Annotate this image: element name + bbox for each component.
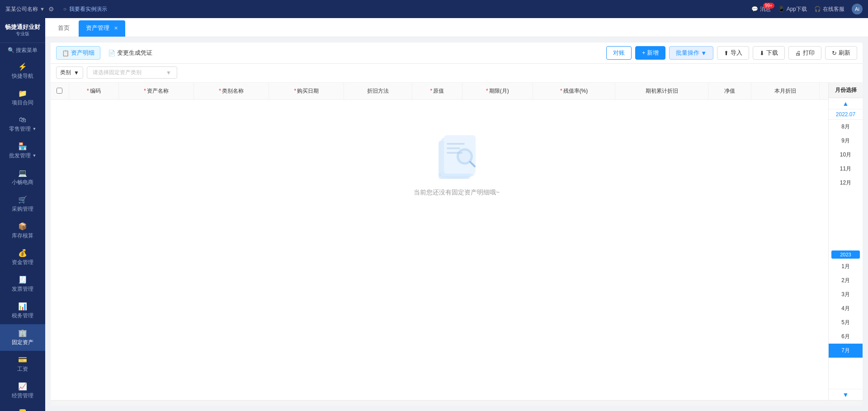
sidebar-item-wholesale[interactable]: 🏪 批发管理 ▼: [0, 137, 45, 164]
sidebar-item-fixed-assets[interactable]: 🏢 固定资产: [0, 324, 45, 351]
purchase-icon: 🛒: [18, 195, 27, 204]
month-item-9[interactable]: 9月: [829, 134, 863, 148]
add-label: + 新增: [642, 49, 659, 57]
app-download-button[interactable]: 📱 App下载: [778, 5, 807, 13]
table-header-checkbox: [51, 83, 69, 100]
sidebar-logo: 畅捷通好业财 专业版: [0, 18, 45, 43]
download-button[interactable]: ⬇ 下载: [753, 46, 785, 60]
refresh-button[interactable]: ↻ 刷新: [825, 46, 857, 60]
month-list-2022: 8月 9月 10月 11月 12月: [829, 120, 863, 250]
asset-detail-tab-icon: 📋: [62, 50, 69, 57]
sidebar-item-general-ledger[interactable]: 📒 总账管理: [0, 404, 45, 411]
sidebar-item-tax[interactable]: 📊 税务管理: [0, 298, 45, 324]
month-item-5[interactable]: 5月: [829, 316, 863, 330]
month-item-4[interactable]: 4月: [829, 302, 863, 316]
add-button[interactable]: + 新增: [635, 46, 665, 60]
main-layout: 畅捷通好业财 专业版 🔍 搜索菜单 ⚡ 快捷导航 📁 项目合同 🛍 零售管理 ▼…: [0, 18, 868, 411]
sub-tab-bar: 📋 资产明细 📄 变更生成凭证 对账 + 新增: [51, 43, 863, 64]
col-header-purchase-date: *购买日期: [269, 83, 344, 100]
online-service-button[interactable]: 🎧 在线客服: [814, 5, 844, 13]
select-all-checkbox[interactable]: [57, 88, 62, 94]
tab-close-icon[interactable]: ✕: [114, 25, 118, 31]
import-button[interactable]: ⬆ 导入: [717, 46, 749, 60]
month-picker-panel: 月份选择 ▲ 2022.07 8月 9月 10月 11月: [828, 83, 863, 400]
import-icon: ⬆: [724, 50, 729, 57]
sidebar-item-management[interactable]: 📈 经营管理: [0, 378, 45, 404]
sidebar-salary-label: 工资: [17, 365, 28, 373]
sidebar-invoice-label: 发票管理: [12, 285, 33, 293]
settings-icon[interactable]: ⚙: [48, 5, 54, 13]
month-item-7-current[interactable]: 7月: [829, 344, 863, 358]
reconcile-button[interactable]: 对账: [606, 46, 632, 60]
sidebar-tax-label: 税务管理: [12, 312, 33, 320]
sub-tab-asset-detail[interactable]: 📋 资产明细: [56, 46, 100, 60]
month-item-6[interactable]: 6月: [829, 330, 863, 344]
demo-link[interactable]: 我要看实例演示: [69, 5, 107, 13]
sidebar-search[interactable]: 🔍 搜索菜单: [0, 43, 45, 58]
content-area: 首页 资产管理 ✕ 📋 资产明细 📄 变更生成凭证: [45, 18, 868, 411]
sidebar-item-project[interactable]: 📁 项目合同: [0, 85, 45, 111]
print-button[interactable]: 🖨 打印: [788, 46, 821, 60]
sidebar-fixed-assets-label: 固定资产: [12, 339, 33, 346]
tab-home-label: 首页: [58, 24, 70, 31]
invoice-icon: 🧾: [18, 275, 27, 284]
wholesale-icon: 🏪: [18, 142, 27, 151]
sidebar-item-retail[interactable]: 🛍 零售管理 ▼: [0, 111, 45, 137]
year-badge-2023: 2023: [831, 250, 860, 259]
app-edition: 专业版: [16, 31, 29, 37]
sidebar-retail-label: 零售管理: [9, 125, 31, 133]
month-nav-down-button[interactable]: ▼: [841, 391, 851, 398]
sidebar-purchase-label: 采购管理: [12, 205, 33, 213]
month-item-11[interactable]: 11月: [829, 162, 863, 176]
inventory-icon: 📦: [18, 222, 27, 231]
data-table: *编码 *资产名称 *类别名称 *购买日期 折旧方法 *原值 *期限(月) *残…: [51, 83, 863, 400]
month-picker-title: 月份选择: [835, 87, 857, 93]
print-icon: 🖨: [795, 50, 801, 57]
retail-icon: 🛍: [19, 116, 26, 124]
svg-rect-9: [447, 152, 462, 154]
chevron-down-icon[interactable]: ▼: [40, 6, 45, 12]
sidebar-item-salary[interactable]: 💳 工资: [0, 351, 45, 378]
user-avatar[interactable]: Ai: [852, 4, 863, 14]
sidebar-management-label: 经营管理: [12, 392, 33, 400]
top-header: 某某公司名称 ▼ ⚙ ○ 我要看实例演示 💬 消息 99+ 📱 App下载 🎧 …: [0, 0, 868, 18]
header-actions: 💬 消息 99+ 📱 App下载 🎧 在线客服 Ai: [751, 4, 863, 14]
fixed-assets-icon: 🏢: [18, 329, 27, 337]
sidebar-item-quick-nav[interactable]: ⚡ 快捷导航: [0, 58, 45, 85]
month-item-10[interactable]: 10月: [829, 148, 863, 162]
bottom-scrollbar[interactable]: [51, 400, 863, 406]
month-item-3[interactable]: 3月: [829, 288, 863, 302]
tab-asset-mgmt[interactable]: 资产管理 ✕: [79, 20, 125, 37]
sidebar-item-purchase[interactable]: 🛒 采购管理: [0, 191, 45, 217]
month-item-8[interactable]: 8月: [829, 120, 863, 134]
sidebar-item-inventory[interactable]: 📦 库存核算: [0, 217, 45, 244]
sidebar-wholesale-label: 批发管理: [9, 152, 31, 160]
category-filter-select[interactable]: 类别 ▼: [56, 66, 83, 79]
message-button[interactable]: 💬 消息 99+: [751, 5, 771, 13]
empty-state: 当前您还没有固定资产明细哦~: [51, 100, 863, 224]
refresh-icon: ↻: [832, 50, 837, 57]
svg-rect-7: [447, 143, 465, 145]
batch-button[interactable]: 批量操作 ▼: [669, 46, 713, 60]
sub-tab-change-voucher[interactable]: 📄 变更生成凭证: [102, 46, 158, 60]
month-nav-down: ▼: [829, 389, 863, 400]
avatar-text: Ai: [855, 6, 859, 12]
sidebar-item-ecommerce[interactable]: 💻 小畅电商: [0, 164, 45, 191]
month-nav-up-button[interactable]: ▲: [841, 100, 851, 107]
empty-icon: [429, 127, 484, 181]
category-label: 类别: [60, 69, 71, 76]
month-item-12[interactable]: 12月: [829, 176, 863, 190]
month-picker-year-2022: 2022.07: [829, 109, 863, 120]
sidebar-item-finance[interactable]: 💰 资金管理: [0, 244, 45, 271]
sidebar-inventory-label: 库存核算: [12, 232, 33, 240]
empty-text: 当前您还没有固定资产明细哦~: [414, 189, 500, 197]
svg-rect-8: [447, 147, 460, 149]
salary-icon: 💳: [18, 355, 27, 364]
sidebar-item-invoice[interactable]: 🧾 发票管理: [0, 271, 45, 298]
month-list-2023: 1月 2月 3月 4月 5月 6月 7月: [829, 260, 863, 389]
category-input[interactable]: 请选择固定资产类别 ▼: [87, 66, 177, 79]
month-item-1[interactable]: 1月: [829, 260, 863, 274]
tab-home[interactable]: 首页: [51, 20, 77, 37]
month-item-2[interactable]: 2月: [829, 274, 863, 288]
wholesale-arrow-icon: ▼: [33, 153, 37, 158]
